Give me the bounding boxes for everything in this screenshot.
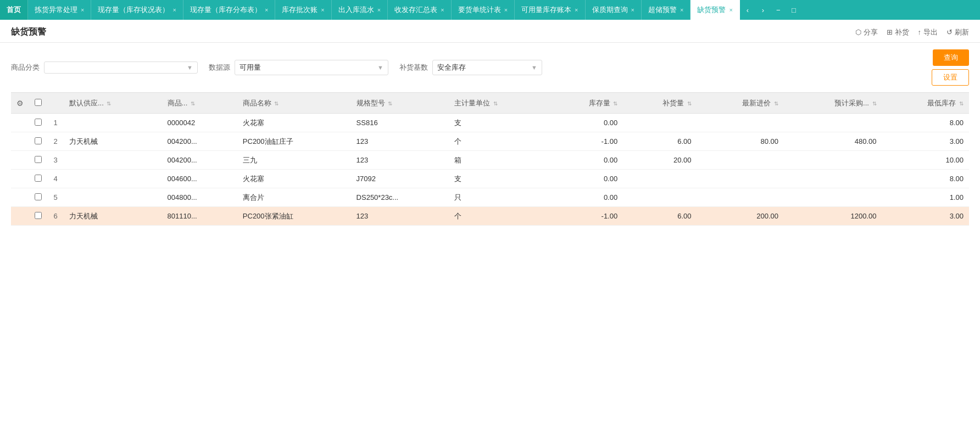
th-spec-label: 规格型号 bbox=[357, 99, 385, 107]
tab-5[interactable]: 出入库流水 × bbox=[332, 0, 388, 20]
tab-6[interactable]: 收发存汇总表 × bbox=[388, 0, 451, 20]
td-gear-5 bbox=[11, 207, 29, 226]
td-rownum-3: 4 bbox=[47, 170, 64, 188]
td-product-code-3: 004600... bbox=[162, 170, 237, 188]
tab-5-label: 出入库流水 bbox=[338, 5, 374, 15]
th-stock: 库存量 ⇅ bbox=[549, 93, 623, 114]
refresh-action[interactable]: ↺ 刷新 bbox=[946, 27, 969, 37]
replenish-base-select[interactable]: 安全库存 ▼ bbox=[432, 60, 542, 75]
tab-next-btn[interactable]: › bbox=[755, 0, 771, 20]
table-row: 4 004600... 火花塞 J7092 支 0.00 8.00 bbox=[11, 170, 969, 188]
product-code-sort-icon[interactable]: ⇅ bbox=[191, 100, 195, 107]
td-spec-2: 123 bbox=[351, 151, 449, 170]
table-body: 1 0000042 火花塞 SS816 支 0.00 8.00 2 力天机械 0… bbox=[11, 114, 969, 226]
unit-sort-icon[interactable]: ⇅ bbox=[493, 100, 498, 107]
row-checkbox-1[interactable] bbox=[35, 137, 42, 144]
td-min-stock-1: 3.00 bbox=[882, 132, 970, 151]
tab-4-close[interactable]: × bbox=[321, 7, 324, 13]
tab-9[interactable]: 保质期查询 × bbox=[586, 0, 642, 20]
tab-5-close[interactable]: × bbox=[377, 7, 381, 13]
refresh-icon: ↺ bbox=[946, 28, 953, 36]
data-table: ⚙ 默认供应... ⇅ 商品... ⇅ 商品名称 bbox=[11, 92, 969, 226]
tab-8-close[interactable]: × bbox=[575, 7, 578, 13]
row-checkbox-4[interactable] bbox=[35, 193, 42, 200]
tab-prev-btn[interactable]: ‹ bbox=[740, 0, 755, 20]
category-label: 商品分类 bbox=[11, 63, 40, 72]
td-replenish-2: 20.00 bbox=[623, 151, 697, 170]
export-label: 导出 bbox=[923, 27, 938, 37]
tab-10[interactable]: 超储预警 × bbox=[642, 0, 691, 20]
min-stock-sort-icon[interactable]: ⇅ bbox=[959, 100, 964, 107]
forecast-sort-icon[interactable]: ⇅ bbox=[872, 100, 877, 107]
tab-8[interactable]: 可用量库存账本 × bbox=[515, 0, 585, 20]
tab-home[interactable]: 首页 bbox=[0, 0, 28, 20]
th-gear: ⚙ bbox=[11, 93, 29, 114]
th-product-code-label: 商品... bbox=[168, 99, 188, 107]
latest-price-sort-icon[interactable]: ⇅ bbox=[774, 100, 778, 107]
gear-icon[interactable]: ⚙ bbox=[16, 99, 24, 108]
query-button[interactable]: 查询 bbox=[933, 49, 969, 66]
tab-1-close[interactable]: × bbox=[81, 7, 84, 13]
td-checkbox-3 bbox=[29, 170, 47, 188]
row-checkbox-2[interactable] bbox=[35, 156, 42, 163]
settings-button[interactable]: 设置 bbox=[932, 69, 969, 86]
tab-4[interactable]: 库存批次账 × bbox=[275, 0, 331, 20]
table-row: 3 004200... 三九 123 箱 0.00 20.00 10.00 bbox=[11, 151, 969, 170]
tab-2[interactable]: 现存量（库存状况表） × bbox=[91, 0, 183, 20]
tab-bar: 首页 拣货异常处理 × 现存量（库存状况表） × 现存量（库存分布表） × 库存… bbox=[0, 0, 980, 20]
tab-10-close[interactable]: × bbox=[680, 7, 683, 13]
datasource-filter-group: 数据源 可用量 ▼ bbox=[209, 60, 388, 75]
replenish-sort-icon[interactable]: ⇅ bbox=[687, 100, 692, 107]
td-min-stock-3: 8.00 bbox=[882, 170, 970, 188]
tab-4-label: 库存批次账 bbox=[282, 5, 318, 15]
tab-minimize-btn[interactable]: − bbox=[771, 0, 786, 20]
datasource-select[interactable]: 可用量 ▼ bbox=[235, 60, 388, 75]
tab-11[interactable]: 缺货预警 × bbox=[691, 0, 739, 20]
product-name-sort-icon[interactable]: ⇅ bbox=[274, 100, 279, 107]
replenish-base-label: 补货基数 bbox=[399, 63, 428, 72]
tab-9-close[interactable]: × bbox=[631, 7, 634, 13]
tab-7[interactable]: 要货单统计表 × bbox=[452, 0, 515, 20]
select-all-checkbox[interactable] bbox=[35, 99, 42, 106]
tab-7-close[interactable]: × bbox=[504, 7, 508, 13]
th-replenish-label: 补货量 bbox=[662, 99, 684, 107]
td-rownum-1: 2 bbox=[47, 132, 64, 151]
replenish-action[interactable]: ⊞ 补货 bbox=[887, 27, 909, 37]
category-select[interactable]: ▼ bbox=[44, 61, 198, 74]
tab-maximize-btn[interactable]: □ bbox=[786, 0, 801, 20]
td-product-code-4: 004800... bbox=[162, 188, 237, 207]
td-forecast-4 bbox=[784, 188, 882, 207]
th-product-name-label: 商品名称 bbox=[243, 99, 271, 107]
th-latest-price: 最新进价 ⇅ bbox=[697, 93, 784, 114]
share-action[interactable]: ⬡ 分享 bbox=[855, 27, 878, 37]
tab-6-close[interactable]: × bbox=[441, 7, 444, 13]
td-unit-3: 支 bbox=[449, 170, 549, 188]
td-forecast-0 bbox=[784, 114, 882, 132]
export-action[interactable]: ↑ 导出 bbox=[918, 27, 938, 37]
td-product-code-5: 801110... bbox=[162, 207, 237, 226]
tab-1[interactable]: 拣货异常处理 × bbox=[28, 0, 91, 20]
td-rownum-0: 1 bbox=[47, 114, 64, 132]
supplier-sort-icon[interactable]: ⇅ bbox=[107, 100, 111, 107]
td-gear-3 bbox=[11, 170, 29, 188]
td-min-stock-5: 3.00 bbox=[882, 207, 970, 226]
td-unit-5: 个 bbox=[449, 207, 549, 226]
export-icon: ↑ bbox=[918, 28, 922, 36]
td-checkbox-0 bbox=[29, 114, 47, 132]
replenish-filter-group: 补货基数 安全库存 ▼ bbox=[399, 60, 542, 75]
tab-11-close[interactable]: × bbox=[729, 7, 732, 13]
row-checkbox-0[interactable] bbox=[35, 119, 42, 126]
td-latest-price-3 bbox=[697, 170, 784, 188]
td-spec-3: J7092 bbox=[351, 170, 449, 188]
td-latest-price-0 bbox=[697, 114, 784, 132]
td-replenish-4 bbox=[623, 188, 697, 207]
tab-3-close[interactable]: × bbox=[265, 7, 268, 13]
stock-sort-icon[interactable]: ⇅ bbox=[613, 100, 617, 107]
row-checkbox-3[interactable] bbox=[35, 175, 42, 182]
td-stock-2: 0.00 bbox=[549, 151, 623, 170]
tab-3[interactable]: 现存量（库存分布表） × bbox=[183, 0, 275, 20]
row-checkbox-5[interactable] bbox=[35, 212, 42, 219]
td-latest-price-2 bbox=[697, 151, 784, 170]
spec-sort-icon[interactable]: ⇅ bbox=[388, 100, 392, 107]
tab-2-close[interactable]: × bbox=[172, 7, 176, 13]
